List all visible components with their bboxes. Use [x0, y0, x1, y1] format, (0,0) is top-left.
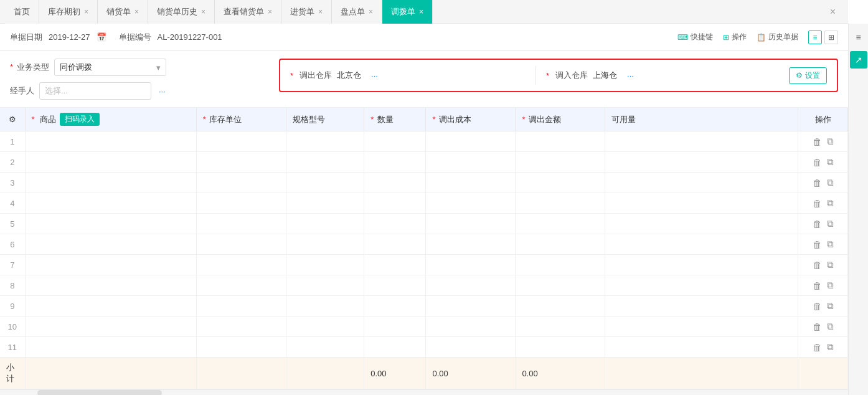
row-1-available[interactable]	[605, 131, 798, 152]
row-7-unit[interactable]	[196, 255, 286, 275]
row-3-spec[interactable]	[286, 173, 364, 193]
copy-icon[interactable]: ⧉	[827, 177, 834, 188]
tab-purchase-close[interactable]: ×	[318, 7, 323, 16]
copy-icon[interactable]: ⧉	[827, 321, 834, 332]
row-4-amount[interactable]	[516, 193, 605, 214]
row-10-cost[interactable]	[426, 316, 516, 337]
copy-icon[interactable]: ⧉	[827, 300, 834, 312]
row-2-cost[interactable]	[426, 152, 516, 173]
tab-inventory-check[interactable]: 盘点单 ×	[332, 0, 382, 24]
copy-icon[interactable]: ⧉	[827, 218, 834, 229]
row-3-unit[interactable]	[196, 173, 286, 193]
copy-icon[interactable]: ⧉	[827, 280, 834, 291]
handler-select[interactable]: 选择...	[39, 82, 151, 100]
delete-icon[interactable]: 🗑	[813, 301, 822, 312]
copy-icon[interactable]: ⧉	[827, 136, 834, 147]
delete-icon[interactable]: 🗑	[813, 239, 822, 250]
row-10-available[interactable]	[605, 316, 798, 337]
handler-more-button[interactable]: ···	[156, 87, 168, 96]
shortcuts-button[interactable]: ⌨ 快捷键	[677, 32, 713, 42]
row-2-amount[interactable]	[516, 152, 605, 173]
row-11-amount[interactable]	[516, 337, 605, 358]
tab-sales-history[interactable]: 销货单历史 ×	[148, 0, 215, 24]
scrollbar-track[interactable]	[37, 390, 162, 395]
row-1-quantity[interactable]	[364, 131, 426, 152]
copy-icon[interactable]: ⧉	[827, 259, 834, 270]
row-11-available[interactable]	[605, 337, 798, 358]
row-4-unit[interactable]	[196, 193, 286, 214]
tab-inventory-init[interactable]: 库存期初 ×	[39, 0, 98, 24]
row-9-amount[interactable]	[516, 296, 605, 316]
row-6-quantity[interactable]	[364, 234, 426, 255]
tab-view-sales-close[interactable]: ×	[268, 7, 272, 16]
row-8-quantity[interactable]	[364, 275, 426, 296]
side-list-button[interactable]: ≡	[850, 29, 867, 46]
tab-transfer-close[interactable]: ×	[419, 7, 423, 16]
tab-inventory-check-close[interactable]: ×	[369, 7, 373, 16]
row-11-product[interactable]	[25, 337, 196, 358]
copy-icon[interactable]: ⧉	[827, 239, 834, 250]
calendar-icon[interactable]: 📅	[97, 32, 106, 42]
row-4-product[interactable]	[25, 193, 196, 214]
scrollbar-area[interactable]	[0, 389, 848, 395]
row-4-spec[interactable]	[286, 193, 364, 214]
tab-purchase[interactable]: 进货单 ×	[281, 0, 332, 24]
delete-icon[interactable]: 🗑	[813, 260, 822, 270]
date-field[interactable]: 单据日期 2019-12-27 📅	[10, 32, 106, 43]
row-6-spec[interactable]	[286, 234, 364, 255]
row-6-amount[interactable]	[516, 234, 605, 255]
row-2-quantity[interactable]	[364, 152, 426, 173]
row-2-available[interactable]	[605, 152, 798, 173]
row-7-amount[interactable]	[516, 255, 605, 275]
row-5-unit[interactable]	[196, 214, 286, 234]
row-9-quantity[interactable]	[364, 296, 426, 316]
tab-inventory-init-close[interactable]: ×	[84, 7, 88, 16]
tab-sales-history-close[interactable]: ×	[201, 7, 205, 16]
col-settings[interactable]: ⚙	[0, 108, 25, 131]
row-1-spec[interactable]	[286, 131, 364, 152]
row-5-product[interactable]	[25, 214, 196, 234]
delete-icon[interactable]: 🗑	[813, 342, 822, 353]
row-2-unit[interactable]	[196, 152, 286, 173]
delete-icon[interactable]: 🗑	[813, 136, 822, 147]
row-11-spec[interactable]	[286, 337, 364, 358]
row-1-product[interactable]	[25, 131, 196, 152]
copy-icon[interactable]: ⧉	[827, 198, 834, 209]
delete-icon[interactable]: 🗑	[813, 198, 822, 209]
row-6-available[interactable]	[605, 234, 798, 255]
row-7-cost[interactable]	[426, 255, 516, 275]
operations-button[interactable]: ⊞ 操作	[723, 32, 747, 42]
row-4-available[interactable]	[605, 193, 798, 214]
row-3-available[interactable]	[605, 173, 798, 193]
row-5-amount[interactable]	[516, 214, 605, 234]
tab-sales-order-close[interactable]: ×	[134, 7, 139, 16]
row-2-product[interactable]	[25, 152, 196, 173]
layout-grid-button[interactable]: ⊞	[824, 31, 838, 44]
row-8-amount[interactable]	[516, 275, 605, 296]
row-8-spec[interactable]	[286, 275, 364, 296]
row-2-spec[interactable]	[286, 152, 364, 173]
delete-icon[interactable]: 🗑	[813, 280, 822, 291]
date-value[interactable]: 2019-12-27	[49, 32, 90, 42]
row-5-spec[interactable]	[286, 214, 364, 234]
warehouse-out-value[interactable]: 北京仓	[337, 70, 361, 81]
row-4-quantity[interactable]	[364, 193, 426, 214]
row-1-cost[interactable]	[426, 131, 516, 152]
row-8-product[interactable]	[25, 275, 196, 296]
row-3-cost[interactable]	[426, 173, 516, 193]
row-9-available[interactable]	[605, 296, 798, 316]
row-7-product[interactable]	[25, 255, 196, 275]
delete-icon[interactable]: 🗑	[813, 157, 822, 168]
row-7-available[interactable]	[605, 255, 798, 275]
tab-view-sales[interactable]: 查看销货单 ×	[215, 0, 281, 24]
row-5-cost[interactable]	[426, 214, 516, 234]
delete-icon[interactable]: 🗑	[813, 219, 822, 229]
row-7-spec[interactable]	[286, 255, 364, 275]
row-6-unit[interactable]	[196, 234, 286, 255]
row-8-cost[interactable]	[426, 275, 516, 296]
row-5-available[interactable]	[605, 214, 798, 234]
scan-button[interactable]: 扫码录入	[60, 113, 100, 126]
warehouse-out-more[interactable]: ···	[369, 71, 380, 80]
delete-icon[interactable]: 🗑	[813, 321, 822, 332]
warehouse-in-more[interactable]: ···	[625, 71, 636, 80]
